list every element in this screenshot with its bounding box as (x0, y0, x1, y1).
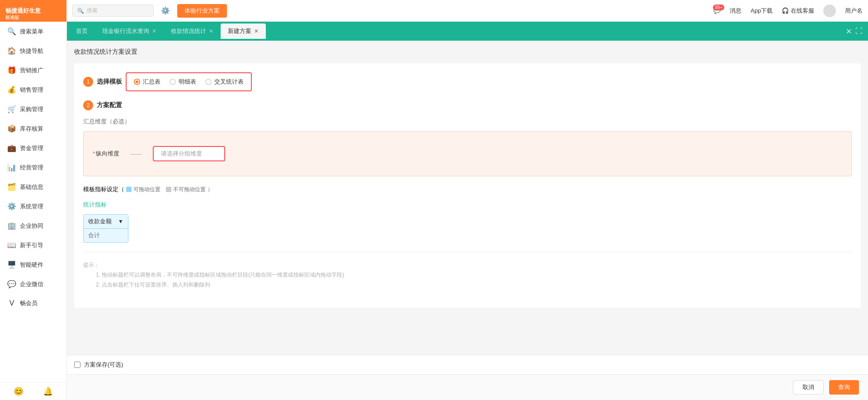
stats-label: 统计指标 (83, 199, 852, 211)
logo-sub: 标准版 (5, 14, 19, 21)
sidebar-label-beginner: 新手引导 (20, 241, 43, 249)
step1-section: 1 选择模板 汇总表 明细表 交叉统计表 (83, 72, 852, 91)
sidebar-icon-beginner: 📖 (7, 241, 16, 249)
sidebar-label-quick-nav: 快捷导航 (20, 47, 43, 55)
settings-icon[interactable]: ⚙️ (161, 6, 170, 15)
sidebar-icon-smart-hw: 🖥️ (7, 260, 16, 269)
metric-row: 合计 (84, 229, 128, 242)
search-box[interactable]: 🔍 搜索 (72, 5, 154, 17)
draggable-label: 可拖动位置 (133, 186, 160, 193)
sidebar-item-wechat[interactable]: 💬企业微信 (0, 274, 66, 294)
radio-label-summary: 汇总表 (143, 78, 160, 86)
sidebar-item-beginner[interactable]: 📖新手引导 (0, 235, 66, 255)
save-label: 方案保存(可选) (84, 361, 123, 369)
window-close-icon[interactable]: ✕ (846, 27, 852, 36)
step2-header: 2 方案配置 (83, 100, 852, 110)
sidebar-menu: 🔍搜索菜单🏠快捷导航🎁营销推广💰销售管理🛒采购管理📦库存核算💼资金管理📊经营管理… (0, 22, 66, 382)
tab-payment-stats[interactable]: 收款情况统计✕ (164, 24, 221, 39)
step1-num: 1 (83, 77, 93, 87)
tab-close-new-plan[interactable]: ✕ (254, 28, 259, 34)
avatar[interactable] (823, 5, 836, 17)
sidebar-item-enterprise[interactable]: 🏢企业协同 (0, 216, 66, 235)
message-icon[interactable]: 💬 99+ (713, 7, 721, 14)
sidebar-icon-system: ⚙️ (7, 202, 16, 211)
dimension-placeholder: 请选择分组维度 (161, 150, 202, 158)
sidebar-item-finance[interactable]: 💼资金管理 (0, 138, 66, 158)
tab-bank-flow[interactable]: 现金银行流水查询✕ (95, 24, 164, 39)
save-checkbox[interactable] (74, 362, 80, 368)
tip-item-0: 1. 拖动标题栏可以调整布局，不可跨维度或指标区域拖动栏目段(只能在同一维度或指… (96, 270, 852, 280)
sidebar-label-finance: 资金管理 (20, 144, 43, 152)
content-area: 收款情况统计方案设置 1 选择模板 汇总表 明细表 交叉统计表 (67, 41, 868, 355)
sidebar-label-basic: 基础信息 (20, 183, 43, 191)
sidebar-item-system[interactable]: ⚙️系统管理 (0, 197, 66, 216)
search-icon: 🔍 (77, 8, 84, 14)
tabs-right-buttons: ✕ ⛶ (846, 27, 866, 36)
metrics-section: 模板指标设定（ 可拖动位置 不可拖动位置 ） 统计指标 收款金额 (83, 185, 852, 243)
fixed-dot (166, 187, 171, 192)
tab-close-payment-stats[interactable]: ✕ (209, 28, 213, 34)
fixed-label: 不可拖动位置 (173, 186, 206, 193)
app-download[interactable]: App下载 (750, 7, 773, 15)
online-service[interactable]: 🎧 在线客服 (782, 7, 814, 15)
msg-badge: 99+ (713, 5, 724, 10)
sidebar-item-member[interactable]: V畅会员 (0, 294, 66, 313)
sidebar-bottom-icon1[interactable]: 😊 (14, 386, 24, 396)
sidebar-bottom-icon2[interactable]: 🔔 (43, 386, 53, 396)
tip-item-1: 2. 点击标题栏下拉可设置排序、插入列和删除列 (96, 280, 852, 290)
tab-new-plan[interactable]: 新建方案✕ (221, 24, 266, 39)
trial-button[interactable]: 体验行业方案 (177, 4, 227, 18)
radio-circle-crosstab (205, 79, 212, 85)
tab-label-new-plan: 新建方案 (228, 27, 251, 35)
sidebar-item-search-menu[interactable]: 🔍搜索菜单 (0, 22, 66, 41)
main-area: 🔍 搜索 ⚙️ 体验行业方案 💬 99+ 消息 App下载 🎧 在线客服 用户名… (67, 0, 868, 400)
dimension-area: *纵向维度 —— 请选择分组维度 (83, 131, 852, 176)
sidebar-label-purchase: 采购管理 (20, 105, 43, 113)
sidebar-item-marketing[interactable]: 🎁营销推广 (0, 61, 66, 80)
step2-section: 2 方案配置 汇总维度（必选） *纵向维度 —— 请选择分组维度 (83, 100, 852, 290)
sidebar-label-enterprise: 企业协同 (20, 222, 43, 230)
query-button[interactable]: 查询 (829, 380, 859, 395)
step2-num: 2 (83, 100, 93, 110)
tab-home[interactable]: 首页 (69, 24, 95, 39)
window-expand-icon[interactable]: ⛶ (855, 27, 863, 35)
sidebar-icon-quick-nav: 🏠 (7, 47, 16, 55)
dimension-row: *纵向维度 —— 请选择分组维度 (93, 146, 225, 161)
sidebar-label-inventory: 库存核算 (20, 125, 43, 133)
topbar-right: 💬 99+ 消息 App下载 🎧 在线客服 用户名 (713, 5, 863, 17)
sidebar-item-sales[interactable]: 💰销售管理 (0, 80, 66, 99)
metrics-header-row: 模板指标设定（ 可拖动位置 不可拖动位置 ） (83, 185, 852, 193)
tab-close-bank-flow[interactable]: ✕ (152, 28, 156, 34)
sidebar-icon-member: V (7, 299, 16, 307)
template-selector: 汇总表 明细表 交叉统计表 (126, 72, 252, 91)
main-card: 1 选择模板 汇总表 明细表 交叉统计表 2 方案配置 (74, 63, 861, 308)
summary-dim-label: 汇总维度（必选） (83, 118, 852, 126)
sidebar-icon-enterprise: 🏢 (7, 221, 16, 230)
metric-dropdown-icon[interactable]: ▼ (118, 218, 123, 225)
radio-label-crosstab: 交叉统计表 (214, 78, 244, 86)
sidebar-item-purchase[interactable]: 🛒采购管理 (0, 99, 66, 119)
sidebar-label-member: 畅会员 (20, 299, 38, 307)
sidebar-item-basic[interactable]: 🗂️基础信息 (0, 177, 66, 197)
step2-title: 方案配置 (97, 101, 122, 109)
radio-label-detail: 明细表 (179, 78, 196, 86)
sidebar-item-smart-hw[interactable]: 🖥️智能硬件 (0, 255, 66, 274)
radio-summary[interactable]: 汇总表 (134, 78, 160, 86)
sidebar-item-inventory[interactable]: 📦库存核算 (0, 119, 66, 138)
tab-label-home: 首页 (76, 27, 88, 35)
tips-label: 提示： (83, 262, 99, 268)
search-placeholder: 搜索 (87, 7, 98, 14)
cancel-button[interactable]: 取消 (793, 380, 824, 395)
metric-header-0[interactable]: 收款金额 ▼ (84, 215, 128, 229)
radio-detail[interactable]: 明细表 (170, 78, 196, 86)
sidebar-item-operation[interactable]: 📊经营管理 (0, 158, 66, 177)
radio-crosstab[interactable]: 交叉统计表 (205, 78, 244, 86)
dimension-select[interactable]: 请选择分组维度 (153, 146, 225, 161)
sidebar-icon-purchase: 🛒 (7, 105, 16, 113)
footer-bar: 取消 查询 (67, 374, 868, 400)
sidebar-label-marketing: 营销推广 (20, 66, 43, 75)
tabs-bar: 首页现金银行流水查询✕收款情况统计✕新建方案✕ ✕ ⛶ (67, 22, 868, 41)
sidebar-item-quick-nav[interactable]: 🏠快捷导航 (0, 41, 66, 61)
topbar: 🔍 搜索 ⚙️ 体验行业方案 💬 99+ 消息 App下载 🎧 在线客服 用户名 (67, 0, 868, 22)
sidebar-icon-basic: 🗂️ (7, 183, 16, 191)
